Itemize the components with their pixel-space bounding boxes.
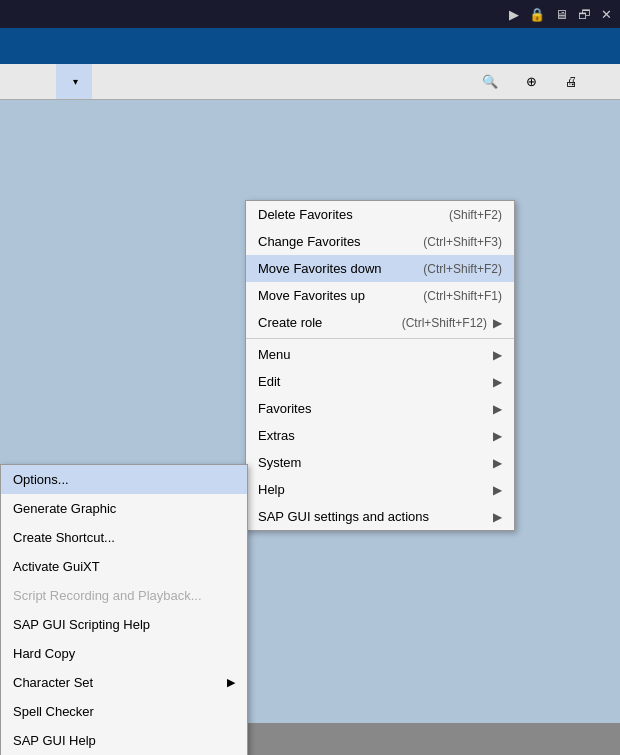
- dropdown-item-label-move-favorites-up: Move Favorites up: [258, 288, 365, 303]
- arrow-sap-gui-settings: ▶: [493, 510, 502, 524]
- dropdown-item-label-sap-gui-settings: SAP GUI settings and actions: [258, 509, 429, 524]
- arrow-create-role: ▶: [493, 316, 502, 330]
- search2-icon: ⊕: [526, 74, 537, 89]
- dropdown-item-menu[interactable]: Menu▶: [246, 341, 514, 368]
- sidebar-label-character-set: Character Set: [13, 675, 93, 690]
- dropdown-item-delete-favorites[interactable]: Delete Favorites(Shift+F2): [246, 201, 514, 228]
- sidebar-item-spell-checker[interactable]: Spell Checker: [1, 697, 247, 726]
- menu-bar: ▾ 🔍 ⊕ 🖨: [0, 64, 620, 100]
- toolbar-search2-btn[interactable]: ⊕: [512, 64, 551, 99]
- sidebar-label-script-recording: Script Recording and Playback...: [13, 588, 202, 603]
- sidebar-label-activate-guixt: Activate GuiXT: [13, 559, 100, 574]
- arrow-system: ▶: [493, 456, 502, 470]
- menu-item-more[interactable]: ▾: [56, 64, 92, 99]
- sidebar-label-hard-copy: Hard Copy: [13, 646, 75, 661]
- dropdown-item-help[interactable]: Help▶: [246, 476, 514, 503]
- shortcut-delete-favorites: (Shift+F2): [449, 208, 502, 222]
- dropdown-item-label-favorites: Favorites: [258, 401, 311, 416]
- dropdown-item-system[interactable]: System▶: [246, 449, 514, 476]
- dropdown-item-move-favorites-up[interactable]: Move Favorites up(Ctrl+Shift+F1): [246, 282, 514, 309]
- toolbar-search-btn[interactable]: 🔍: [468, 64, 512, 99]
- sidebar-item-character-set[interactable]: Character Set▶: [1, 668, 247, 697]
- play-icon[interactable]: ▶: [509, 7, 519, 22]
- title-bar-controls: ▶ 🔒 🖥 🗗 ✕: [509, 7, 612, 22]
- arrow-help: ▶: [493, 483, 502, 497]
- shortcut-create-role: (Ctrl+Shift+F12): [402, 316, 487, 330]
- monitor-icon[interactable]: 🖥: [555, 7, 568, 22]
- toolbar-exit-btn[interactable]: [592, 64, 620, 99]
- main-content: Delete Favorites(Shift+F2)Change Favorit…: [0, 100, 620, 755]
- sidebar-item-script-recording: Script Recording and Playback...: [1, 581, 247, 610]
- sidebar-label-sap-gui-help: SAP GUI Help: [13, 733, 96, 748]
- dropdown-item-label-change-favorites: Change Favorites: [258, 234, 361, 249]
- print-icon: 🖨: [565, 74, 578, 89]
- sidebar-arrow-character-set: ▶: [227, 676, 235, 689]
- lock-icon[interactable]: 🔒: [529, 7, 545, 22]
- menu-item-add-favorites[interactable]: [28, 64, 56, 99]
- title-bar: ▶ 🔒 🖥 🗗 ✕: [0, 0, 620, 28]
- dropdown-item-sap-gui-settings[interactable]: SAP GUI settings and actions▶: [246, 503, 514, 530]
- dropdown-item-label-menu: Menu: [258, 347, 291, 362]
- arrow-favorites: ▶: [493, 402, 502, 416]
- dropdown-divider: [246, 338, 514, 339]
- dropdown-item-label-edit: Edit: [258, 374, 280, 389]
- sidebar-label-options: Options...: [13, 472, 69, 487]
- shortcut-move-favorites-down: (Ctrl+Shift+F2): [423, 262, 502, 276]
- sidebar-item-options[interactable]: Options...: [1, 465, 247, 494]
- dropdown-item-move-favorites-down[interactable]: Move Favorites down(Ctrl+Shift+F2): [246, 255, 514, 282]
- sidebar-item-sap-gui-scripting-help[interactable]: SAP GUI Scripting Help: [1, 610, 247, 639]
- search-icon: 🔍: [482, 74, 498, 89]
- sidebar-label-spell-checker: Spell Checker: [13, 704, 94, 719]
- more-dropdown: Delete Favorites(Shift+F2)Change Favorit…: [245, 200, 515, 531]
- sidebar-item-sap-gui-help[interactable]: SAP GUI Help: [1, 726, 247, 755]
- dropdown-item-label-extras: Extras: [258, 428, 295, 443]
- shortcut-move-favorites-up: (Ctrl+Shift+F1): [423, 289, 502, 303]
- sidebar-item-create-shortcut[interactable]: Create Shortcut...: [1, 523, 247, 552]
- sidebar-label-sap-gui-scripting-help: SAP GUI Scripting Help: [13, 617, 150, 632]
- bottom-bar: [248, 723, 620, 755]
- toolbar-print-btn[interactable]: 🖨: [551, 64, 592, 99]
- dropdown-item-extras[interactable]: Extras▶: [246, 422, 514, 449]
- dropdown-item-label-system: System: [258, 455, 301, 470]
- dropdown-item-favorites[interactable]: Favorites▶: [246, 395, 514, 422]
- sidebar-label-create-shortcut: Create Shortcut...: [13, 530, 115, 545]
- dropdown-item-label-move-favorites-down: Move Favorites down: [258, 261, 382, 276]
- sidebar-item-generate-graphic[interactable]: Generate Graphic: [1, 494, 247, 523]
- dropdown-item-change-favorites[interactable]: Change Favorites(Ctrl+Shift+F3): [246, 228, 514, 255]
- shortcut-change-favorites: (Ctrl+Shift+F3): [423, 235, 502, 249]
- sidebar-menu: Options...Generate GraphicCreate Shortcu…: [0, 464, 248, 755]
- menu-item-other[interactable]: [0, 64, 28, 99]
- dropdown-item-label-create-role: Create role: [258, 315, 322, 330]
- sidebar-item-hard-copy[interactable]: Hard Copy: [1, 639, 247, 668]
- dropdown-item-edit[interactable]: Edit▶: [246, 368, 514, 395]
- close-icon[interactable]: ✕: [601, 7, 612, 22]
- sidebar-label-generate-graphic: Generate Graphic: [13, 501, 116, 516]
- dropdown-item-create-role[interactable]: Create role(Ctrl+Shift+F12)▶: [246, 309, 514, 336]
- dropdown-item-label-help: Help: [258, 482, 285, 497]
- dropdown-item-label-delete-favorites: Delete Favorites: [258, 207, 353, 222]
- restore-icon[interactable]: 🗗: [578, 7, 591, 22]
- more-chevron-icon: ▾: [73, 76, 78, 87]
- arrow-extras: ▶: [493, 429, 502, 443]
- sidebar-item-activate-guixt[interactable]: Activate GuiXT: [1, 552, 247, 581]
- arrow-edit: ▶: [493, 375, 502, 389]
- app-header: [0, 28, 620, 64]
- arrow-menu: ▶: [493, 348, 502, 362]
